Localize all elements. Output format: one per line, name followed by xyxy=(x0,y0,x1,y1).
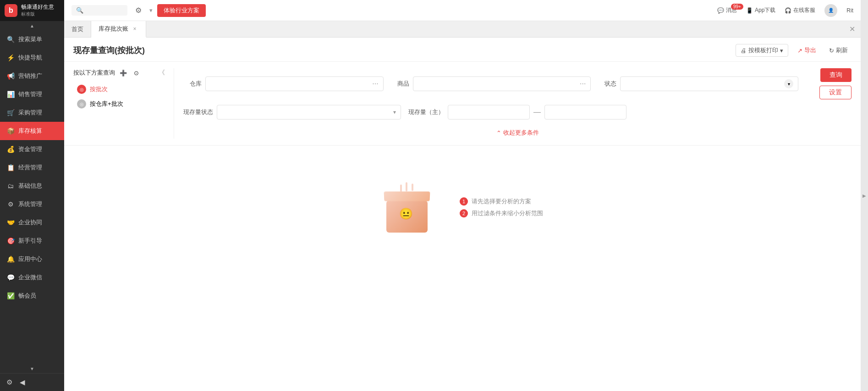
app-download-icon: 📱 xyxy=(746,7,753,14)
collapse-scheme-icon[interactable]: 《 xyxy=(157,68,166,77)
sidebar-scroll-down[interactable]: ▼ xyxy=(0,364,64,373)
collapse-more-conditions[interactable]: ⌃ 收起更多条件 xyxy=(183,125,852,139)
topbar-search-input[interactable] xyxy=(86,7,123,14)
refresh-button[interactable]: ↻ 刷新 xyxy=(825,44,852,56)
sidebar-item-marketing[interactable]: 📢 营销推广 xyxy=(0,67,64,85)
warehouse-label: 仓库 xyxy=(183,80,202,88)
topbar-online-service[interactable]: 🎧 在线客服 xyxy=(785,6,815,14)
filter-panel: 按以下方案查询 ➕ ⊙ 《 ◎ 按批次 ◎ 按仓库+批次 xyxy=(64,62,861,146)
tip-num-1: 1 xyxy=(460,197,468,206)
filter-scheme-panel: 按以下方案查询 ➕ ⊙ 《 ◎ 按批次 ◎ 按仓库+批次 xyxy=(73,68,174,139)
sidebar-item-purchase[interactable]: 🛒 采购管理 xyxy=(0,103,64,122)
filter-inventory-status-field: 现存量状态 ▾ xyxy=(183,105,401,119)
filter-product-field: 商品 ··· xyxy=(391,76,591,91)
tab-inventory-batch[interactable]: 库存批次账 × xyxy=(91,21,146,38)
collapse-label: 收起更多条件 xyxy=(503,129,539,137)
topbar-gear-icon[interactable]: ⚙ xyxy=(132,4,145,17)
messages-badge: 99+ xyxy=(731,4,743,10)
topbar-app-download[interactable]: 📱 App下载 xyxy=(746,6,775,14)
tab-close-icon[interactable]: × xyxy=(131,25,138,33)
filter-warehouse-field: 仓库 ··· xyxy=(183,76,384,91)
sidebar-item-inventory[interactable]: 📦 库存核算 xyxy=(0,122,64,140)
topbar-online-label: 在线客服 xyxy=(793,6,815,14)
empty-face: 😐 xyxy=(399,207,413,220)
sidebar-item-operations[interactable]: 📋 经营管理 xyxy=(0,158,64,177)
print-icon: 🖨 xyxy=(741,47,747,54)
right-panel-handle[interactable]: ▶ xyxy=(861,0,868,391)
sidebar-scroll-up[interactable]: ▲ xyxy=(0,21,64,30)
collapse-sidebar-icon[interactable]: ◀ xyxy=(20,378,25,386)
sidebar-item-wechat-label: 企业微信 xyxy=(18,273,42,282)
inventory-status-label: 现存量状态 xyxy=(183,108,213,116)
tab-panel-close-button[interactable]: ✕ xyxy=(844,25,861,33)
sidebar-item-finance[interactable]: 💰 资金管理 xyxy=(0,140,64,158)
sidebar-item-apps[interactable]: 🔔 应用中心 xyxy=(0,250,64,268)
tip-num-2: 2 xyxy=(460,209,468,217)
scheme-item-batch[interactable]: ◎ 按批次 xyxy=(73,82,166,97)
scheme-batch-icon: ◎ xyxy=(77,85,86,94)
warehouse-input[interactable]: ··· xyxy=(205,76,384,91)
topbar-right: 💬 消息 99+ 📱 App下载 🎧 在线客服 👤 Rit xyxy=(717,4,853,17)
page-title: 现存量查询(按批次) xyxy=(73,45,145,56)
add-scheme-icon[interactable]: ➕ xyxy=(119,68,128,77)
search-nav-icon: 🔍 xyxy=(6,35,15,43)
inventory-nav-icon: 📦 xyxy=(6,127,15,135)
warehouse-more-icon[interactable]: ··· xyxy=(372,80,378,88)
scheme-item-warehouse-batch[interactable]: ◎ 按仓库+批次 xyxy=(73,97,166,111)
sidebar-item-member[interactable]: ✅ 畅会员 xyxy=(0,287,64,305)
product-more-icon[interactable]: ··· xyxy=(580,80,586,88)
export-icon: ↗ xyxy=(797,47,802,54)
scheme-title-text: 按以下方案查询 xyxy=(73,69,115,77)
empty-steam-3 xyxy=(412,184,413,191)
empty-steam-1 xyxy=(400,185,402,192)
sidebar-item-enterprise[interactable]: 🤝 企业协同 xyxy=(0,213,64,232)
sidebar-item-basics[interactable]: 🗂 基础信息 xyxy=(0,177,64,195)
empty-tip-2: 2 用过滤条件来缩小分析范围 xyxy=(460,209,543,217)
sidebar-item-operations-label: 经营管理 xyxy=(18,163,42,172)
experience-button[interactable]: 体验行业方案 xyxy=(157,4,206,17)
filter-row-2: 现存量状态 ▾ 现存量（主） — xyxy=(183,105,852,119)
scheme-settings-icon[interactable]: ⊙ xyxy=(132,68,141,77)
topbar-username[interactable]: Rit xyxy=(846,7,853,14)
topbar: 🔍 ⚙ ▾ 体验行业方案 💬 消息 99+ 📱 App下载 🎧 在线客服 👤 R… xyxy=(64,0,861,21)
query-actions: 查询 设置 xyxy=(806,68,852,99)
sidebar-item-member-label: 畅会员 xyxy=(18,292,36,300)
export-button[interactable]: ↗ 导出 xyxy=(794,44,820,56)
inventory-status-select[interactable]: ▾ xyxy=(217,105,401,119)
print-dropdown-icon[interactable]: ▾ xyxy=(780,47,783,54)
sidebar-item-sales[interactable]: 📊 销售管理 xyxy=(0,85,64,103)
product-input[interactable]: ··· xyxy=(413,76,591,91)
empty-tips: 1 请先选择要分析的方案 2 用过滤条件来缩小分析范围 xyxy=(460,197,543,217)
scheme-batch-label: 按批次 xyxy=(90,85,108,93)
tab-home[interactable]: 首页 xyxy=(64,21,91,38)
avatar[interactable]: 👤 xyxy=(824,4,837,17)
sidebar-item-search[interactable]: 🔍 搜索菜单 xyxy=(0,30,64,49)
topbar-messages[interactable]: 💬 消息 99+ xyxy=(717,6,737,14)
right-panel-icon: ▶ xyxy=(863,193,866,198)
sidebar-item-newbie-label: 新手引导 xyxy=(18,237,42,245)
query-button[interactable]: 查询 xyxy=(820,68,852,82)
sidebar-item-wechat[interactable]: 💬 企业微信 xyxy=(0,268,64,287)
enterprise-nav-icon: 🤝 xyxy=(6,218,15,227)
page-header: 现存量查询(按批次) 🖨 按模板打印 ▾ ↗ 导出 ↻ 刷新 xyxy=(64,38,861,62)
inventory-qty-max[interactable] xyxy=(544,105,626,119)
topbar-search-box[interactable]: 🔍 xyxy=(71,5,127,16)
sidebar-item-system[interactable]: ⚙ 系统管理 xyxy=(0,195,64,213)
main-wrap: 🔍 ⚙ ▾ 体验行业方案 💬 消息 99+ 📱 App下载 🎧 在线客服 👤 R… xyxy=(64,0,861,391)
refresh-label: 刷新 xyxy=(836,46,848,54)
marketing-nav-icon: 📢 xyxy=(6,72,15,80)
sidebar-footer: ⚙ ◀ xyxy=(0,373,64,391)
status-select[interactable]: ▾ xyxy=(620,76,798,91)
sidebar-item-shortcut[interactable]: ⚡ 快捷导航 xyxy=(0,49,64,67)
settings-button[interactable]: 设置 xyxy=(819,86,852,99)
filter-row-1: 仓库 ··· 商品 ··· 状态 ▾ xyxy=(183,68,852,99)
empty-steam-2 xyxy=(406,182,407,191)
shortcut-nav-icon: ⚡ xyxy=(6,54,15,62)
settings-footer-icon[interactable]: ⚙ xyxy=(6,378,12,386)
inventory-qty-min[interactable] xyxy=(448,105,530,119)
topbar-chevron-icon[interactable]: ▾ xyxy=(149,7,153,14)
tab-home-label: 首页 xyxy=(71,25,83,33)
sidebar-nav: 🔍 搜索菜单 ⚡ 快捷导航 📢 营销推广 📊 销售管理 🛒 采购管理 📦 库存核… xyxy=(0,30,64,364)
print-button[interactable]: 🖨 按模板打印 ▾ xyxy=(736,44,788,57)
sidebar-item-newbie[interactable]: 🎯 新手引导 xyxy=(0,232,64,250)
